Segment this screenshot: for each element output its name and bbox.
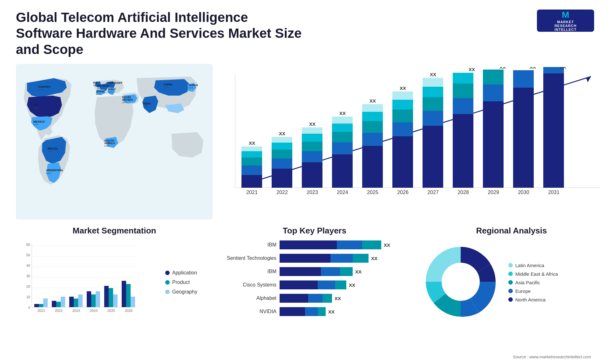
player-row-alphabet: Alphabet XX <box>226 294 403 303</box>
svg-text:2026: 2026 <box>397 190 409 195</box>
player-bar <box>280 254 369 263</box>
bar-seg3 <box>322 294 332 303</box>
north-america-dot <box>508 297 513 302</box>
svg-rect-61 <box>332 124 353 132</box>
player-value: XX <box>384 242 390 248</box>
player-value: XX <box>349 282 355 288</box>
svg-rect-86 <box>453 114 473 188</box>
player-bar <box>280 267 353 276</box>
svg-point-144 <box>442 263 480 301</box>
svg-text:60: 60 <box>26 243 30 246</box>
svg-rect-130 <box>78 294 83 307</box>
svg-text:xx%: xx% <box>48 150 52 153</box>
bar-seg3 <box>318 307 326 316</box>
svg-rect-38 <box>241 165 262 175</box>
svg-rect-120 <box>34 304 39 307</box>
svg-rect-69 <box>362 104 383 112</box>
mea-dot <box>508 272 513 276</box>
svg-rect-52 <box>302 151 322 162</box>
svg-rect-54 <box>302 134 322 142</box>
mea-label: Middle East & Africa <box>515 271 558 277</box>
bottom-right: Top Key Players IBM XX <box>219 226 607 324</box>
svg-text:2021: 2021 <box>246 190 258 195</box>
bar-seg2 <box>337 240 362 249</box>
player-name: Cisco Systems <box>226 282 276 288</box>
svg-text:2024: 2024 <box>337 190 348 195</box>
svg-rect-126 <box>61 297 65 307</box>
geography-dot <box>165 290 170 294</box>
svg-rect-72 <box>392 136 413 188</box>
svg-rect-40 <box>241 151 262 158</box>
players-container: IBM XX Sentient Technologies <box>219 240 410 316</box>
product-label: Product <box>172 280 190 285</box>
logo-line2: RESEARCH <box>554 24 577 28</box>
svg-rect-92 <box>483 101 504 188</box>
page-container: Global Telecom Artificial Intelligence S… <box>0 0 610 364</box>
svg-rect-124 <box>52 301 56 307</box>
svg-rect-73 <box>392 122 413 136</box>
svg-text:XX: XX <box>249 140 255 146</box>
segmentation-chart-svg: 0 10 20 30 40 50 60 <box>19 240 140 323</box>
asia-pacific-label: Asia Pacific <box>515 280 540 285</box>
svg-rect-97 <box>513 88 534 188</box>
world-map-svg: CANADA xx% U.S. xx% MEXICO xx% BRAZIL xx… <box>16 64 213 219</box>
bar-seg2 <box>318 280 335 289</box>
svg-rect-74 <box>392 110 413 122</box>
bar-seg3 <box>362 240 381 249</box>
legend-europe: Europe <box>508 288 558 294</box>
svg-rect-82 <box>423 87 443 97</box>
svg-rect-137 <box>109 288 113 307</box>
legend-latin-america: Latin America <box>508 263 558 268</box>
svg-text:2031: 2031 <box>548 190 559 195</box>
svg-rect-89 <box>453 73 473 84</box>
player-value: XX <box>355 269 362 274</box>
player-bar <box>280 294 332 303</box>
donut-chart-svg <box>419 240 502 323</box>
svg-text:2025: 2025 <box>107 309 115 313</box>
svg-rect-41 <box>241 146 262 151</box>
svg-rect-138 <box>113 294 118 307</box>
source-text: Source : www.marketresearchintellect.com <box>513 354 591 359</box>
player-value: XX <box>328 309 335 314</box>
legend-geography: Geography <box>165 289 210 295</box>
svg-text:XX: XX <box>400 85 406 91</box>
svg-rect-68 <box>362 112 383 121</box>
legend-application: Application <box>165 270 210 276</box>
player-bar-container: XX <box>280 294 403 303</box>
svg-text:2026: 2026 <box>125 309 132 313</box>
svg-rect-122 <box>43 299 48 307</box>
svg-rect-140 <box>122 281 126 307</box>
svg-text:ARGENTINA: ARGENTINA <box>46 169 63 172</box>
player-bar-container: XX <box>280 280 403 289</box>
svg-rect-39 <box>241 158 262 165</box>
map-section: CANADA xx% U.S. xx% MEXICO xx% BRAZIL xx… <box>16 64 213 219</box>
bar-seg3 <box>353 254 369 263</box>
bar-seg2 <box>330 254 353 263</box>
legend-product: Product <box>165 280 210 285</box>
legend-mea: Middle East & Africa <box>508 271 558 277</box>
player-bar <box>280 240 381 249</box>
svg-text:xx%: xx% <box>108 84 112 87</box>
svg-text:XX: XX <box>369 98 376 104</box>
svg-text:2023: 2023 <box>72 309 80 313</box>
svg-text:XX: XX <box>499 67 506 70</box>
regional-container: Latin America Middle East & Africa Asia … <box>416 240 607 324</box>
player-name: NVIDIA <box>226 309 276 314</box>
svg-rect-80 <box>423 111 443 126</box>
svg-rect-81 <box>423 97 443 111</box>
svg-rect-55 <box>302 127 322 134</box>
svg-rect-75 <box>392 100 413 110</box>
europe-label: Europe <box>515 288 531 294</box>
segmentation-section: Market Segmentation 0 10 20 30 40 50 <box>16 226 213 324</box>
svg-text:CHINA: CHINA <box>164 83 173 86</box>
svg-rect-141 <box>126 284 131 307</box>
bar-seg1 <box>280 280 318 289</box>
bar-seg2 <box>305 307 318 316</box>
player-bar-container: XX <box>280 267 403 276</box>
logo-line1: MARKET <box>557 20 574 24</box>
svg-rect-76 <box>392 91 413 100</box>
svg-text:CANADA: CANADA <box>38 85 51 88</box>
svg-rect-45 <box>272 158 292 169</box>
svg-text:40: 40 <box>26 264 30 267</box>
bar-seg3 <box>335 280 346 289</box>
